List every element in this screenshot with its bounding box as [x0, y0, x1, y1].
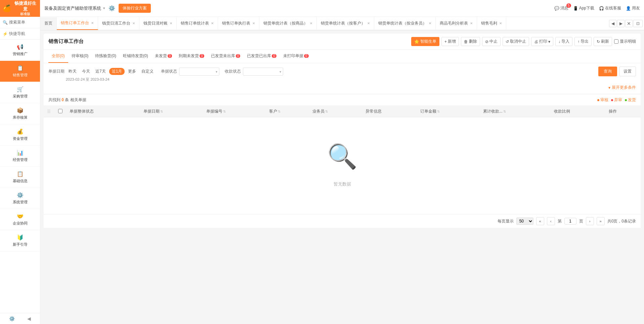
page-next-btn[interactable]: › — [586, 217, 594, 225]
sidebar-item-marketing[interactable]: 📢 营销推广 — [0, 40, 40, 61]
filter-tab-all[interactable]: 全部(0) — [48, 50, 68, 63]
filter-tab-shipped-out[interactable]: 已发货已出库0 — [244, 50, 280, 63]
stop-button[interactable]: ⊘ 中止 — [482, 37, 501, 46]
tab-nav-expand[interactable]: ⊡ — [633, 20, 643, 27]
sidebar-item-enterprise[interactable]: 🤝 企业协同 — [0, 209, 40, 230]
table-scroll[interactable]: ☰ 单据整体状态 单据日期⇅ 单据编号⇅ — [44, 106, 641, 117]
ship-btn[interactable]: 发货 — [625, 97, 636, 103]
tab-cash-reconcile-close[interactable]: ✕ — [170, 22, 172, 25]
search-menu[interactable]: 🔍 搜索菜单 — [0, 17, 40, 28]
tab-sales-profit[interactable]: 销售毛利 ✕ — [477, 17, 506, 30]
smart-create-button[interactable]: ⭐ 智能生单 — [411, 37, 439, 46]
sidebar-item-operation[interactable]: 📊 经营管理 — [0, 146, 40, 167]
audit-btn[interactable]: 审核 — [597, 97, 608, 103]
expand-conditions-btn[interactable]: ▾ 展开更多条件 — [608, 85, 636, 90]
tab-shipment-customer-close[interactable]: ✕ — [367, 22, 370, 25]
sidebar-item-purchase-label: 采购管理 — [13, 94, 28, 99]
title-dropdown-icon[interactable]: ▾ — [103, 6, 105, 10]
tab-sales-exec[interactable]: 销售订单执行表 ✕ — [218, 17, 259, 30]
tab-product-margin-close[interactable]: ✕ — [470, 22, 473, 25]
tab-sales-stat-close[interactable]: ✕ — [211, 22, 214, 25]
sidebar-item-inventory[interactable]: 📦 库存核算 — [0, 103, 40, 124]
col-staff[interactable]: 业务员⇅ — [309, 106, 362, 117]
app-download-btn[interactable]: 📱 App下载 — [573, 5, 594, 11]
status-select[interactable] — [179, 68, 219, 76]
select-all-checkbox[interactable] — [58, 109, 62, 113]
tab-sales-profit-close[interactable]: ✕ — [499, 22, 502, 25]
refresh-button[interactable]: ↻ 刷新 — [594, 37, 612, 46]
date-opt-7days[interactable]: 近7天 — [93, 68, 108, 75]
payment-select[interactable] — [243, 68, 283, 76]
date-opt-1month[interactable]: 近1月 — [109, 68, 125, 75]
tab-shipment-customer[interactable]: 销货单统计表（按客户） ✕ — [317, 17, 374, 30]
tab-nav-next[interactable]: ▶ — [617, 20, 625, 27]
sidebar-item-purchase[interactable]: 🛒 采购管理 — [0, 82, 40, 103]
tab-product-margin[interactable]: 商品毛利分析表 ✕ — [436, 17, 477, 30]
col-amount[interactable]: 订单金额⇅ — [417, 106, 480, 117]
tab-sales-workbench[interactable]: 销售订单工作台 ✕ — [57, 17, 98, 30]
filter-tab-not-shipped[interactable]: 未发货0 — [152, 50, 176, 63]
delete-button[interactable]: 🗑 删除 — [461, 37, 480, 46]
tab-shipment-product-close[interactable]: ✕ — [310, 22, 312, 25]
col-collected[interactable]: 累计收款...⇅ — [480, 106, 551, 117]
tab-sales-exec-close[interactable]: ✕ — [252, 22, 255, 25]
setting-button[interactable]: 设置 — [619, 67, 636, 76]
show-detail-label[interactable]: 显示明细 — [614, 39, 636, 44]
export-button[interactable]: ↑ 导出 — [574, 37, 592, 46]
col-date[interactable]: 单据日期⇅ — [140, 106, 203, 117]
page-first-btn[interactable]: « — [536, 217, 544, 225]
page-prev-btn[interactable]: ‹ — [547, 217, 555, 225]
settings-gear-icon[interactable]: ⚙️ — [9, 316, 15, 321]
print-button[interactable]: 🖨 打印 ▾ — [531, 37, 553, 46]
date-opt-custom[interactable]: 自定义 — [139, 68, 156, 75]
cancel-stop-button[interactable]: ↺ 取消中止 — [503, 37, 529, 46]
sidebar-item-system[interactable]: ⚙️ 系统管理 — [0, 188, 40, 209]
sidebar-item-finance[interactable]: 💰 资金管理 — [0, 124, 40, 146]
filter-tab-shipped-not-out[interactable]: 已发货未出库0 — [208, 50, 244, 63]
show-detail-checkbox[interactable] — [614, 39, 618, 44]
export-icon: ↑ — [577, 39, 579, 44]
sidebar-item-basic[interactable]: 📋 基础信息 — [0, 167, 40, 188]
per-page-select[interactable]: 50 10 20 100 — [516, 217, 533, 225]
filter-tab-pending-check[interactable]: 待拣验货(0) — [92, 50, 120, 63]
record-count: 0 — [61, 97, 64, 102]
sidebar-item-operation-label: 经营管理 — [13, 157, 28, 162]
tab-nav-prev[interactable]: ◀ — [609, 20, 616, 27]
import-button[interactable]: ↓ 导入 — [555, 37, 572, 46]
message-btn[interactable]: 💬 消息 5 — [554, 5, 568, 11]
tab-shipment-product[interactable]: 销货单统计表（按商品） ✕ — [259, 17, 317, 30]
tab-shipment-staff[interactable]: 销货单统计表（按业务员） ✕ — [374, 17, 436, 30]
date-opt-today[interactable]: 今天 — [80, 68, 92, 75]
topbar-settings-icon[interactable]: ⚙️ — [109, 5, 115, 11]
page-input[interactable] — [564, 218, 576, 225]
col-number[interactable]: 单据编号⇅ — [203, 106, 266, 117]
filter-tab-not-printed[interactable]: 未打印单据0 — [280, 50, 312, 63]
filter-tab-pending-review[interactable]: 待审核(0) — [68, 50, 92, 63]
tab-sales-workbench-close[interactable]: ✕ — [91, 21, 94, 25]
collapse-icon[interactable]: ◀ — [27, 316, 31, 321]
user-menu-btn[interactable]: 👤 用友 — [626, 5, 640, 11]
tab-home[interactable]: 首页 — [40, 17, 57, 30]
quick-nav[interactable]: ⚡ 快捷导航 — [0, 28, 40, 40]
cancel-audit-btn[interactable]: 弃审 — [611, 97, 622, 103]
date-opt-more[interactable]: 更多 — [126, 68, 138, 75]
sidebar-item-guide[interactable]: 🔰 新手引导 — [0, 230, 40, 251]
solution-button[interactable]: 体验行业方案 — [119, 4, 151, 13]
tab-shipment-staff-close[interactable]: ✕ — [429, 22, 431, 25]
tab-cash-reconcile[interactable]: 钱货日清对账 ✕ — [139, 17, 177, 30]
tab-cash-daily[interactable]: 钱货日清工作台 ✕ — [98, 17, 139, 30]
online-service-btn[interactable]: 🎧 在线客服 — [599, 5, 621, 11]
sidebar-item-sales[interactable]: 📋 销售管理 — [0, 61, 40, 82]
filter-tab-wangpu[interactable]: 旺铺待发货(0) — [120, 50, 152, 63]
add-button[interactable]: + 新增 — [441, 37, 459, 46]
filter-tab-expired-not-shipped[interactable]: 到期未发货0 — [175, 50, 208, 63]
tab-cash-daily-close[interactable]: ✕ — [132, 22, 135, 25]
tab-sales-stat[interactable]: 销售订单统计表 ✕ — [177, 17, 218, 30]
search-area: 单据日期 昨天 今天 近7天 近1月 更多 自定义 单据状态 — [44, 63, 641, 94]
col-customer[interactable]: 客户⇅ — [266, 106, 309, 117]
tab-nav-close-current[interactable]: ✕ — [625, 20, 633, 27]
page-last-btn[interactable]: » — [597, 217, 605, 225]
query-button[interactable]: 查询 — [598, 67, 617, 76]
sidebar-item-system-label: 系统管理 — [13, 200, 28, 205]
date-opt-yesterday[interactable]: 昨天 — [67, 68, 79, 75]
